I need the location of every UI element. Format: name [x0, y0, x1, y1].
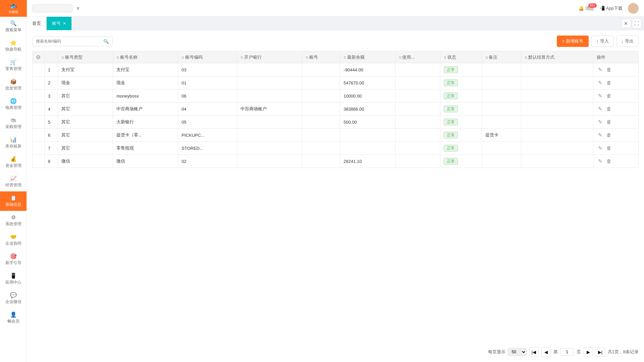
- th-remark[interactable]: ⇅ 备注: [482, 51, 521, 63]
- edit-button[interactable]: ✎: [597, 105, 604, 113]
- status-badge: 正常: [444, 132, 458, 138]
- delete-button[interactable]: 🗑: [605, 131, 613, 138]
- user-avatar[interactable]: [628, 3, 639, 14]
- th-open-bank[interactable]: ⇅ 开户银行: [237, 51, 302, 63]
- th-status[interactable]: ⇅ 状态: [440, 51, 482, 63]
- tab-account-label: 账号: [52, 20, 61, 26]
- prev-page-button[interactable]: ◀: [541, 347, 551, 357]
- sidebar-item-basic-info[interactable]: 📋 基础信息: [0, 191, 26, 211]
- th-account-no[interactable]: ⇅ 账号: [302, 51, 340, 63]
- inventory-icon: 📊: [1, 136, 25, 143]
- first-page-button[interactable]: |◀: [529, 347, 539, 357]
- gear-icon[interactable]: ⚙: [36, 54, 41, 60]
- tab-close-icon[interactable]: ✕: [63, 21, 66, 26]
- tab-expand-button[interactable]: ⛶: [632, 19, 641, 28]
- sidebar-item-new-user-guide[interactable]: 🎯 新手引导: [0, 250, 26, 269]
- th-account-type[interactable]: ⇅ 账号类型: [58, 51, 113, 63]
- status-badge: 正常: [444, 79, 458, 86]
- row-account-no: [302, 63, 340, 76]
- edit-button[interactable]: ✎: [597, 158, 604, 165]
- row-default-settlement: [521, 103, 593, 116]
- sidebar-item-purchase-mgmt[interactable]: 🛍 采购管理: [0, 114, 26, 133]
- top-search-input[interactable]: [32, 4, 72, 12]
- row-gear-cell: [33, 155, 45, 168]
- sidebar-item-operations-mgmt[interactable]: 📈 经营管理: [0, 172, 26, 191]
- edit-button[interactable]: ✎: [597, 131, 604, 139]
- import-button[interactable]: ↑ 导入: [591, 36, 614, 47]
- sidebar-item-wholesale-mgmt[interactable]: 📦 批发管理: [0, 75, 26, 95]
- sidebar-item-ecommerce-mgmt[interactable]: 🌐 电商管理: [0, 95, 26, 114]
- sidebar-item-chang-member[interactable]: 👤 畅会员: [0, 308, 26, 327]
- content-search-input[interactable]: [33, 37, 100, 46]
- delete-button[interactable]: 🗑: [605, 105, 613, 112]
- row-open-bank: [237, 76, 302, 89]
- content-search-box[interactable]: 🔍: [32, 37, 113, 46]
- delete-button[interactable]: 🗑: [605, 92, 613, 99]
- tab-close-all-button[interactable]: ✕: [621, 19, 631, 28]
- tab-home[interactable]: 首页: [27, 17, 47, 30]
- edit-button[interactable]: ✎: [597, 92, 604, 100]
- th-default-settlement[interactable]: ⇅ 默认结算方式: [521, 51, 593, 63]
- tab-account[interactable]: 账号 ✕: [47, 17, 72, 30]
- sidebar-item-system-mgmt[interactable]: ⚙ 系统管理: [0, 211, 26, 230]
- row-account-no: [302, 89, 340, 103]
- last-page-button[interactable]: ▶|: [596, 347, 605, 357]
- sidebar-item-capital-mgmt[interactable]: 💰 资金管理: [0, 153, 26, 172]
- row-actions: ✎ 🗑: [593, 116, 639, 129]
- sidebar-item-inventory-check[interactable]: 📊 库存核算: [0, 133, 26, 153]
- delete-button[interactable]: 🗑: [605, 158, 613, 165]
- sidebar-item-quick-nav[interactable]: ⭐ 快捷导航: [0, 36, 26, 56]
- row-remark: [482, 63, 521, 76]
- sidebar-item-label: 畅会员: [7, 319, 19, 323]
- message-badge: 99+: [588, 3, 597, 8]
- row-actions: ✎ 🗑: [593, 89, 639, 103]
- row-usage: [395, 89, 440, 103]
- th-latest-balance[interactable]: ⇅ 最新余额: [340, 51, 395, 63]
- page-input[interactable]: [560, 348, 574, 356]
- delete-button[interactable]: 🗑: [605, 66, 613, 73]
- download-icon: 📲: [599, 6, 605, 11]
- row-account-no: [302, 103, 340, 116]
- th-usage[interactable]: ⇅ 使用...: [395, 51, 440, 63]
- row-account-code: 06: [178, 89, 237, 103]
- row-remark: [482, 155, 521, 168]
- next-page-button[interactable]: ▶: [584, 347, 593, 357]
- sidebar-item-label: 批发管理: [5, 86, 21, 90]
- sort-icon: ⇅: [444, 56, 447, 59]
- sidebar-item-enterprise-wechat[interactable]: 💬 企业微信: [0, 289, 26, 308]
- delete-button[interactable]: 🗑: [605, 144, 613, 152]
- edit-button[interactable]: ✎: [597, 66, 604, 73]
- edit-button[interactable]: ✎: [597, 144, 604, 152]
- tab-home-label: 首页: [32, 20, 41, 26]
- edit-button[interactable]: ✎: [597, 118, 604, 126]
- delete-button[interactable]: 🗑: [605, 118, 613, 125]
- th-account-code[interactable]: ⇅ 账号编码: [178, 51, 237, 63]
- pagination-bar: 每页显示 50 100 200 |◀ ◀ 第 页 ▶ ▶| 共1页，8条记录: [32, 343, 639, 357]
- sidebar-item-app-center[interactable]: 📱 应用中心: [0, 269, 26, 289]
- app-download-button[interactable]: 📲 App下载: [599, 5, 623, 11]
- sort-icon: ⇅: [343, 56, 347, 59]
- row-remark: [482, 76, 521, 89]
- edit-button[interactable]: ✎: [597, 79, 604, 86]
- chevron-down-icon[interactable]: ▾: [76, 5, 79, 12]
- row-status: 正常: [440, 103, 482, 116]
- th-account-name[interactable]: ⇅ 账号名称: [113, 51, 178, 63]
- content-toolbar: 🔍 + 新增账号 ↑ 导入 ↓ 导出: [32, 36, 639, 47]
- content-search-button[interactable]: 🔍: [100, 37, 112, 46]
- message-button[interactable]: 🔔 消息 99+: [579, 5, 594, 11]
- wholesale-icon: 📦: [1, 78, 25, 85]
- sidebar-item-enterprise-agreement[interactable]: 🤝 企业协同: [0, 230, 26, 250]
- row-account-type: 其它: [58, 116, 113, 129]
- sidebar-item-search-menu[interactable]: 🔍 搜索菜单: [0, 17, 26, 36]
- row-latest-balance: -90444.00: [340, 63, 395, 76]
- app-logo: 🐟 乐惠版: [0, 0, 27, 17]
- table-container: ⚙ ⇅ 账号类型 ⇅ 账号名称 ⇅ 账号编码: [32, 51, 639, 168]
- add-account-button[interactable]: + 新增账号: [557, 36, 589, 47]
- delete-button[interactable]: 🗑: [605, 79, 613, 86]
- export-button[interactable]: ↓ 导出: [616, 36, 639, 47]
- sidebar-item-retail-mgmt[interactable]: 🛒 零售管理: [0, 56, 26, 75]
- row-remark: [482, 89, 521, 103]
- th-gear[interactable]: ⚙: [33, 51, 45, 63]
- page-size-select[interactable]: 50 100 200: [508, 348, 527, 356]
- table-row: 7 其它 零售抵现 STORED... 正常 ✎ 🗑: [33, 142, 639, 155]
